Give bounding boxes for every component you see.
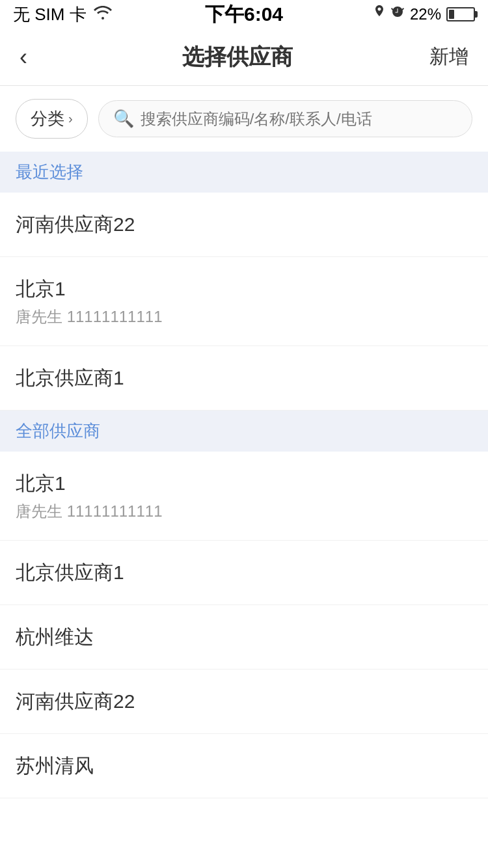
recent-list-item[interactable]: 北京1唐先生 11111111111 — [0, 257, 488, 346]
back-button[interactable]: ‹ — [20, 44, 59, 71]
add-button[interactable]: 新增 — [416, 44, 468, 70]
location-icon — [373, 5, 385, 23]
status-time: 下午6:04 — [205, 1, 283, 28]
item-sub: 唐先生 11111111111 — [16, 306, 472, 327]
item-name: 杭州维达 — [16, 623, 472, 651]
item-name: 河南供应商22 — [16, 688, 472, 715]
all-list-item[interactable]: 苏州清风 — [0, 734, 488, 798]
wifi-icon — [93, 5, 113, 25]
recent-list-item[interactable]: 河南供应商22 — [0, 193, 488, 257]
category-filter-button[interactable]: 分类 › — [16, 99, 88, 139]
all-list-item[interactable]: 河南供应商22 — [0, 670, 488, 734]
battery-percent: 22% — [410, 5, 441, 23]
recent-section-header: 最近选择 — [0, 152, 488, 193]
alarm-icon — [390, 5, 405, 23]
battery-icon — [446, 7, 475, 21]
all-list-item[interactable]: 杭州维达 — [0, 605, 488, 670]
item-name: 北京1 — [16, 275, 472, 303]
item-name: 北京供应商1 — [16, 559, 472, 586]
category-label: 分类 — [31, 107, 64, 130]
filter-bar: 分类 › 🔍 — [0, 86, 488, 152]
item-name: 北京1 — [16, 470, 472, 497]
item-name: 北京供应商1 — [16, 364, 472, 392]
item-name: 河南供应商22 — [16, 211, 472, 238]
nav-bar: ‹ 选择供应商 新增 — [0, 29, 488, 86]
all-list-item[interactable]: 北京1唐先生 11111111111 — [0, 452, 488, 541]
item-sub: 唐先生 11111111111 — [16, 501, 472, 522]
all-section-label: 全部供应商 — [16, 421, 100, 441]
search-input[interactable] — [141, 110, 457, 128]
item-name: 苏州清风 — [16, 752, 472, 780]
status-bar: 无 SIM 卡 下午6:04 22% — [0, 0, 488, 29]
recent-list-item[interactable]: 北京供应商1 — [0, 346, 488, 411]
carrier-label: 无 SIM 卡 — [13, 3, 87, 26]
chevron-right-icon: › — [68, 111, 73, 126]
page-title: 选择供应商 — [59, 42, 416, 72]
all-list: 北京1唐先生 11111111111北京供应商1杭州维达河南供应商22苏州清风 — [0, 452, 488, 798]
status-right: 22% — [373, 5, 475, 23]
all-section-header: 全部供应商 — [0, 411, 488, 452]
recent-list: 河南供应商22北京1唐先生 11111111111北京供应商1 — [0, 193, 488, 411]
all-list-item[interactable]: 北京供应商1 — [0, 541, 488, 605]
recent-section-label: 最近选择 — [16, 162, 83, 182]
search-box[interactable]: 🔍 — [98, 100, 472, 137]
status-left: 无 SIM 卡 — [13, 3, 113, 26]
search-icon: 🔍 — [113, 109, 134, 129]
